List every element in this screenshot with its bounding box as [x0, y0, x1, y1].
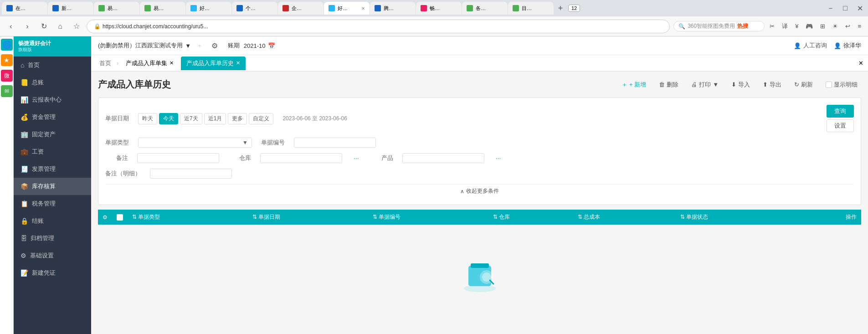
query-button[interactable]: 查询	[827, 105, 854, 118]
th-voucher-status[interactable]: ⇅ 单据状态	[676, 210, 796, 225]
th-warehouse[interactable]: ⇅ 仓库	[488, 210, 573, 225]
export-button[interactable]: ⬆ 导出	[759, 79, 785, 91]
sidebar-item-salary[interactable]: 💼 工资	[14, 143, 91, 160]
voucher-type-select[interactable]: ▼	[138, 138, 252, 148]
tab-label-11: 各…	[476, 5, 503, 12]
delete-button[interactable]: 🗑 删除	[655, 79, 682, 91]
sidebar-item-inventory[interactable]: 📦 库存核算	[14, 178, 91, 195]
date-btn-1month[interactable]: 近1月	[204, 113, 226, 124]
date-btn-yesterday[interactable]: 昨天	[138, 113, 157, 124]
page-tab-list-close[interactable]: ✕	[169, 60, 174, 66]
note-input[interactable]	[137, 153, 219, 163]
browser-tab-3[interactable]: 易…	[94, 2, 139, 15]
print-button[interactable]: 🖨 打印 ▼	[688, 79, 722, 91]
settings-button[interactable]: ⚙	[208, 39, 221, 52]
browser-tab-5[interactable]: 好…	[186, 2, 231, 15]
screenshot-icon[interactable]: ✂	[767, 21, 777, 31]
product-dots[interactable]: ···	[493, 154, 503, 162]
customer-service-button[interactable]: 👤 人工咨询	[794, 41, 827, 50]
sidebar-item-newbill[interactable]: 📝 新建凭证	[14, 264, 91, 282]
search-bar[interactable]: 🔍 360智能抠图免费用 热搜	[673, 21, 765, 31]
th-voucher-date[interactable]: ⇅ 单据日期	[248, 210, 368, 225]
browser-tab-4[interactable]: 易…	[140, 2, 185, 15]
menu-icon[interactable]: ≡	[855, 21, 863, 31]
browser-tab-10[interactable]: 畅…	[416, 2, 462, 15]
add-button[interactable]: ＋ + 新增	[618, 79, 650, 91]
sidebar-item-label-closing: 结账	[32, 217, 44, 225]
currency-icon[interactable]: ¥	[793, 21, 801, 31]
browser-tab-8[interactable]: 好… ✕	[324, 2, 370, 15]
refresh-content-button[interactable]: ↻ 刷新	[791, 79, 817, 91]
apps-icon[interactable]: ⊞	[818, 21, 827, 31]
header-right: 👤 人工咨询 👤 徐泽华	[794, 41, 861, 50]
th-voucher-type[interactable]: ⇅ 单据类型	[128, 210, 248, 225]
sidebar-item-report[interactable]: 📊 云报表中心	[14, 91, 91, 108]
sidebar-item-tax[interactable]: 📋 税务管理	[14, 195, 91, 212]
breadcrumb-home[interactable]: 首页	[96, 57, 115, 69]
refresh-browser-button[interactable]: ↻	[37, 20, 50, 33]
undo-icon[interactable]: ↩	[843, 21, 853, 31]
import-button[interactable]: ⬇ 导入	[728, 79, 754, 91]
sidebar-item-fixed[interactable]: 🏢 固定资产	[14, 126, 91, 143]
sidebar-item-closing[interactable]: 🔒 结账	[14, 212, 91, 230]
user-avatar[interactable]: 👤 徐泽华	[834, 41, 861, 50]
th-settings[interactable]: ⚙	[98, 210, 112, 225]
th-checkbox[interactable]	[112, 210, 128, 225]
game-icon[interactable]: 🎮	[803, 21, 815, 31]
app-logo-icon[interactable]: 🌀	[1, 39, 13, 51]
date-btn-custom[interactable]: 自定义	[249, 113, 273, 124]
browser-tab-6[interactable]: 个…	[232, 2, 277, 15]
back-button[interactable]: ‹	[5, 20, 17, 33]
th-voucher-no[interactable]: ⇅ 单据编号	[368, 210, 488, 225]
browser-tab-11[interactable]: 各…	[462, 2, 508, 15]
warehouse-dots[interactable]: ···	[351, 154, 361, 162]
weibo-icon[interactable]: 微	[1, 70, 13, 82]
header-checkbox[interactable]	[117, 214, 123, 221]
date-btn-7days[interactable]: 近7天	[180, 113, 202, 124]
sidebar-item-home[interactable]: ⌂ 首页	[14, 57, 91, 74]
filter-setting-button[interactable]: 设置	[827, 119, 854, 132]
browser-tab-2[interactable]: 新…	[48, 2, 93, 15]
forward-button[interactable]: ›	[21, 20, 34, 33]
calendar-icon[interactable]: 📅	[268, 42, 275, 49]
th-voucher-no-label: ⇅ 单据编号	[373, 214, 401, 220]
note-detail-input[interactable]	[150, 169, 232, 179]
page-tab-list[interactable]: 产成品入库单集 ✕	[120, 57, 179, 70]
theme-icon[interactable]: ☀	[830, 21, 840, 31]
show-detail-checkbox[interactable]: 显示明细	[822, 79, 861, 91]
date-btn-more[interactable]: 更多	[228, 113, 247, 124]
minimize-button[interactable]: －	[824, 2, 837, 15]
browser-tab-7[interactable]: 企…	[278, 2, 324, 15]
sidebar-item-archive[interactable]: 🗄 归档管理	[14, 230, 91, 247]
warehouse-input[interactable]	[260, 153, 342, 163]
sidebar-header[interactable]: 畅捷通好会计 旗舰版	[14, 36, 91, 57]
page-tab-history[interactable]: 产成品入库单历史 ✕	[181, 57, 246, 70]
report-icon: 📊	[21, 96, 28, 103]
date-btn-today[interactable]: 今天	[159, 113, 178, 124]
sidebar-item-ledger[interactable]: 📒 总账	[14, 74, 91, 91]
sidebar-item-invoice[interactable]: 🧾 发票管理	[14, 160, 91, 178]
sidebar-item-basic[interactable]: ⚙ 基础设置	[14, 247, 91, 264]
browser-tab-9[interactable]: 腾…	[370, 2, 416, 15]
browser-tab-1[interactable]: 在…	[2, 2, 47, 15]
sidebar-item-funds[interactable]: 💰 资金管理	[14, 108, 91, 126]
address-input[interactable]: 🔒 https://cloud.chanjet.com/accounting/u…	[87, 20, 670, 33]
new-tab-button[interactable]: +	[554, 2, 567, 15]
import-label: 导入	[738, 81, 750, 89]
product-input[interactable]	[402, 153, 484, 163]
home-button[interactable]: ⌂	[54, 20, 67, 33]
company-selector[interactable]: (勿删勿禁用）江西跟宝测试专用 ▼	[98, 41, 191, 50]
collapse-button[interactable]: ∧ 收起更多条件	[105, 184, 854, 198]
bookmark-button[interactable]: ☆	[70, 20, 83, 33]
voucher-no-input[interactable]	[294, 138, 376, 148]
close-window-button[interactable]: ✕	[853, 2, 866, 15]
page-tab-history-close[interactable]: ✕	[236, 60, 240, 66]
page-tab-close-all[interactable]: ✕	[858, 60, 863, 67]
star-icon[interactable]: ★	[1, 54, 13, 66]
translate-icon[interactable]: 译	[780, 21, 790, 32]
maximize-button[interactable]: □	[839, 2, 852, 15]
th-total-cost[interactable]: ⇅ 总成本	[573, 210, 676, 225]
tab-close-8[interactable]: ✕	[361, 6, 365, 11]
browser-tab-12[interactable]: 目…	[508, 2, 554, 15]
mail-icon[interactable]: ✉	[1, 85, 13, 97]
